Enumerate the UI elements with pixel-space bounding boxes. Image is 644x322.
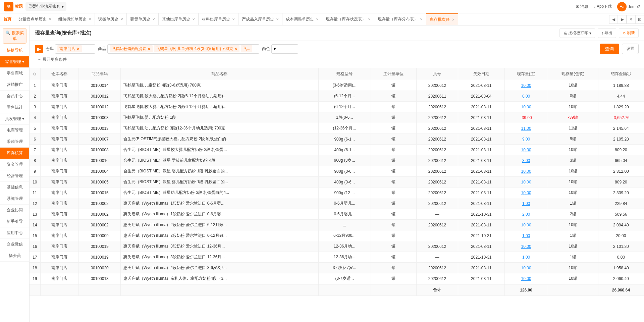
cell-qty-main[interactable]: 10.00 [504, 187, 548, 198]
sidebar-item-member2[interactable]: 畅会员 [0, 250, 29, 262]
workspace-selector[interactable]: 母婴行业演示账套 ▾ [25, 2, 66, 11]
cell-batch: 20200612 [416, 263, 458, 273]
product-label: 商品 [98, 46, 106, 52]
cell-qty-main[interactable]: 1.00 [504, 198, 548, 209]
tab-split-close[interactable]: ✕ [49, 17, 51, 21]
sidebar-item-purchase[interactable]: 采购管理 [0, 136, 29, 148]
search-menu-btn[interactable]: 🔍 搜索菜单 [3, 28, 26, 44]
tab-product-in[interactable]: 产成品入库单历史 ✕ [238, 13, 282, 25]
sidebar-item-operations[interactable]: 经营管理 [0, 170, 29, 182]
sidebar-item-marketing[interactable]: 营销推广 [0, 79, 29, 91]
tab-disassemble[interactable]: 组装拆卸单历史 ✕ [55, 13, 95, 25]
sidebar-item-appcenter[interactable]: 应用中心 [0, 227, 29, 239]
tab-other-out[interactable]: 其他出库单历史 ✕ [159, 13, 199, 25]
tab-close-btn[interactable]: ✕ [627, 15, 635, 24]
sidebar-item-inventory[interactable]: 库存核算 [0, 148, 29, 159]
tab-other-out-close[interactable]: ✕ [192, 17, 195, 21]
cell-qty-main[interactable]: 10.00 [504, 177, 548, 187]
page-actions: 🖨 按模板打印 ▾ ↑ 导出 ↺ 刷新 [559, 28, 639, 38]
filter-area: ▶ 仓库 南岸门店 ✕ ... 商品 飞鹤奶粉3段两提 [30, 41, 644, 68]
export-btn[interactable]: ↑ 导出 [598, 28, 616, 38]
tab-disassemble-close[interactable]: ✕ [89, 17, 91, 21]
tab-stock-status[interactable]: 现存量（库存状况表） ✕ [322, 13, 374, 25]
download-icon: ↓ [594, 4, 596, 9]
tab-material-out[interactable]: 材料出库单历史 ✕ [199, 13, 238, 25]
sidebar-item-wholesale[interactable]: 批发管理 ▾ [0, 113, 29, 125]
cell-qty-main[interactable]: 10.00 [504, 220, 548, 230]
sidebar-item-finance[interactable]: 资金管理 [0, 159, 29, 170]
color-input[interactable]: ▾ [271, 44, 298, 54]
cell-qty-main[interactable]: 10.00 [504, 273, 548, 284]
cell-qty-main[interactable]: 1.00 [504, 252, 548, 263]
tab-pick[interactable]: 调拨单历史 ✕ [95, 13, 127, 25]
sidebar-item-member[interactable]: 会员中心 [0, 91, 29, 102]
tab-stock-dist-close[interactable]: ✕ [420, 17, 423, 21]
product-tag-1-remove[interactable]: ✕ [147, 47, 151, 51]
setting-btn[interactable]: 设置 [622, 44, 639, 54]
cell-qty-main[interactable]: 1.00 [504, 230, 548, 241]
tab-cost-adj-close[interactable]: ✕ [316, 17, 319, 21]
product-tag-2-remove[interactable]: ✕ [234, 47, 237, 51]
cell-qty-main[interactable]: 11.00 [504, 123, 548, 134]
warehouse-remove-icon[interactable]: ✕ [76, 47, 80, 51]
message-btn[interactable]: ✉ 消息 [576, 4, 588, 9]
cell-qty-main[interactable]: 10.00 [504, 241, 548, 252]
cell-qty-main[interactable]: 2.00 [504, 209, 548, 220]
warehouse-input[interactable]: 南岸门店 ✕ ... [55, 44, 95, 54]
tab-stock-status-close[interactable]: ✕ [368, 17, 371, 21]
cell-qty-main[interactable]: 10.00 [504, 263, 548, 273]
sidebar-item-retail-shop[interactable]: 零售商城 [0, 68, 29, 79]
cell-qty-main[interactable]: 9.00 [504, 134, 548, 145]
quick-nav-btn[interactable]: 快捷导航 [0, 46, 29, 55]
cell-qty-main[interactable]: 3.00 [504, 155, 548, 166]
template-print-btn[interactable]: 🖨 按模板打印 ▾ [559, 28, 595, 38]
tab-home[interactable]: 首页 [0, 13, 15, 25]
tab-requisition[interactable]: 要货单历史 ✕ [127, 13, 159, 25]
cell-qty-main[interactable]: 10.00 [504, 145, 548, 155]
filter-toggle-btn[interactable]: ▶ [35, 45, 43, 53]
cell-qty-main[interactable]: 10.00 [504, 166, 548, 177]
tab-batch-ledger-close[interactable]: ✕ [452, 18, 454, 21]
tab-requisition-close[interactable]: ✕ [152, 17, 155, 21]
expand-more-btn[interactable]: ⋯ 展开更多条件 [35, 55, 639, 64]
cell-qty-main[interactable]: 10.00 [504, 80, 548, 91]
product-more[interactable]: ... [254, 47, 257, 51]
sidebar-item-ecommerce[interactable]: 电商管理 [0, 125, 29, 136]
cell-unit: 罐 [371, 252, 416, 263]
tab-stock-dist[interactable]: 现存量（库存分布表） ✕ [374, 13, 426, 25]
tab-pick-close[interactable]: ✕ [120, 17, 123, 21]
tab-prev-btn[interactable]: ◀ [609, 15, 618, 24]
table-row: 1 南岸门店 00100014 飞鹤星飞帆 儿童奶粉 4段(3-6岁适用) 70… [30, 80, 644, 91]
sidebar-item-guide[interactable]: 新手引导 [0, 216, 29, 227]
settings-icon[interactable]: ⚙ [33, 72, 37, 76]
sidebar-item-enterprise-label: 企业协同 [1, 207, 28, 213]
tab-split[interactable]: 分量盘点单历史 ✕ [15, 13, 55, 25]
sidebar-item-system[interactable]: 系统管理 [0, 193, 29, 205]
sidebar-item-retail-stats-label: 零售统计 [1, 105, 28, 110]
tab-batch-ledger[interactable]: 库存批次账 ✕ [426, 13, 458, 25]
tab-more-btn[interactable]: ⊡ [635, 15, 644, 24]
app-download-btn[interactable]: ↓ App下载 [594, 4, 612, 9]
refresh-btn[interactable]: ↺ 刷新 [619, 28, 639, 38]
cell-spec: (12-36个月... [318, 123, 371, 134]
tab-cost-adj[interactable]: 成本调整单历史 ✕ [282, 13, 322, 25]
tab-product-in-close[interactable]: ✕ [276, 17, 279, 21]
tab-material-out-close[interactable]: ✕ [232, 17, 235, 21]
cell-qty-main[interactable]: 0.00 [504, 91, 548, 102]
sidebar-item-retail-mgmt[interactable]: 零售管理 ▾ [0, 56, 29, 68]
refresh-icon: ↺ [623, 31, 626, 36]
cell-qty-main[interactable]: 10.00 [504, 102, 548, 112]
warehouse-more[interactable]: ... [83, 47, 87, 51]
search-btn[interactable]: 查询 [600, 44, 619, 54]
sidebar-item-retail-shop-label: 零售商城 [1, 70, 28, 76]
col-settings[interactable]: ⚙ [30, 68, 40, 80]
table-header-row: ⚙ 仓库名称 商品编码 商品名称 规格型号 主计量单位 批号 失效日期 现存量(… [30, 68, 644, 80]
sidebar-item-retail-stats[interactable]: 零售统计 [0, 102, 29, 113]
sidebar-item-wechat[interactable]: 企业微信 [0, 239, 29, 250]
user-area[interactable]: Ea demo2 [617, 2, 640, 11]
product-input[interactable]: 飞鹤奶粉3段两提装 ✕ 飞鹤星飞帆 儿童奶粉 4段(3-6岁适用) 700克 ✕… [107, 44, 259, 54]
tab-next-btn[interactable]: ▶ [618, 15, 627, 24]
sidebar-item-basic[interactable]: 基础信息 [0, 182, 29, 193]
sidebar-item-enterprise[interactable]: 企业协同 [0, 205, 29, 216]
cell-amount: 509.56 [598, 209, 644, 220]
